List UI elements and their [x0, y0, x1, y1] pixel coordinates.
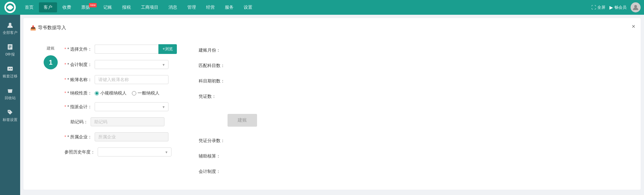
- accounting-system-select[interactable]: [95, 60, 168, 69]
- tax-small-option[interactable]: 小规模纳税人: [95, 90, 127, 96]
- close-button[interactable]: ×: [632, 23, 635, 29]
- memo-input[interactable]: [91, 117, 164, 126]
- nav-message[interactable]: 消息: [164, 2, 182, 12]
- auxiliary-label: 辅助核算：: [199, 153, 220, 159]
- accounting-system-label: * 会计制度：: [64, 62, 92, 68]
- sidebar-item-tag-settings[interactable]: 标签设置: [0, 105, 20, 126]
- form-container: 建账 1 * 选择文件： +浏览: [30, 38, 634, 183]
- user-avatar[interactable]: [631, 2, 641, 12]
- all-customers-icon: [6, 21, 14, 29]
- voucher-entries-row: 凭证分录数：: [199, 136, 286, 145]
- sidebar-label-recycle: 回收站: [5, 95, 16, 101]
- memo-row: 助记码：: [64, 117, 185, 126]
- nav-home[interactable]: 首页: [20, 2, 38, 12]
- invoice-badge: new: [89, 3, 97, 7]
- fullscreen-icon: ⛶: [591, 5, 596, 10]
- tag-settings-icon: [6, 109, 14, 116]
- nav-customer[interactable]: 客户: [39, 2, 57, 12]
- file-select-label: * 选择文件：: [64, 46, 92, 52]
- nav-management[interactable]: 管理: [183, 2, 201, 12]
- memo-label: 助记码：: [64, 119, 88, 125]
- form-fields: * 选择文件： +浏览 * 会计制度：: [64, 44, 185, 156]
- app-logo[interactable]: [3, 1, 17, 14]
- tax-general-radio[interactable]: [132, 91, 136, 95]
- tax-type-radio-group: 小规模纳税人 一般纳税人: [95, 90, 159, 96]
- reference-year-wrapper: ▼: [98, 147, 171, 156]
- main-layout: 全部客户 0申报 账套迁移: [0, 15, 644, 195]
- right-panel: 建账月份： 匹配科目数： 科目期初数： 凭证数：: [199, 44, 286, 176]
- svg-point-7: [9, 111, 10, 112]
- file-input-group: +浏览: [95, 44, 177, 54]
- nav-invoice[interactable]: 票据 new: [77, 2, 98, 12]
- nav-settings[interactable]: 设置: [239, 2, 257, 12]
- account-transfer-icon: [6, 65, 14, 72]
- nav-right-actions: ⛶ 全屏 ▶ 畅会员: [591, 2, 641, 12]
- right-accounting-system-row: 会计制度：: [199, 167, 286, 176]
- right-accounting-system-label: 会计制度：: [199, 169, 220, 175]
- accounting-system-row: * 会计制度： ▼: [64, 60, 185, 69]
- vip-button[interactable]: ▶ 畅会员: [609, 5, 627, 10]
- accountant-wrapper: ▼: [95, 102, 168, 111]
- nav-ledger[interactable]: 记账: [99, 2, 117, 12]
- sidebar: 全部客户 0申报 账套迁移: [0, 15, 20, 195]
- accountant-label: * 指派会计：: [64, 104, 92, 110]
- company-row: * 所属企业：: [64, 132, 185, 141]
- reference-year-select[interactable]: [98, 147, 171, 156]
- step-label: 建账: [47, 46, 55, 51]
- period-initial-row: 科目期初数：: [199, 76, 286, 86]
- accountant-select[interactable]: [95, 102, 168, 111]
- build-account-button[interactable]: 建账: [228, 114, 257, 127]
- tax-type-label: * 纳税性质：: [64, 90, 92, 96]
- vip-icon: ▶: [609, 5, 613, 10]
- import-icon: 📥: [30, 25, 36, 30]
- sidebar-item-account-transfer[interactable]: 账套迁移: [0, 62, 20, 82]
- accounting-system-wrapper: ▼: [95, 60, 168, 69]
- file-text-input[interactable]: [95, 45, 158, 54]
- voucher-count-label: 凭证数：: [199, 93, 216, 100]
- tax-general-option[interactable]: 一般纳税人: [132, 90, 159, 96]
- import-dialog: 📥 导爷数据导入 × 建账 1 * 选择文件：: [23, 18, 641, 190]
- recycle-icon: [6, 87, 14, 94]
- period-initial-label: 科目期初数：: [199, 78, 225, 84]
- auxiliary-row: 辅助核算：: [199, 151, 286, 161]
- main-content: 📥 导爷数据导入 × 建账 1 * 选择文件：: [20, 15, 644, 195]
- nav-business[interactable]: 工商项目: [136, 2, 163, 12]
- sidebar-item-declare[interactable]: 0申报: [0, 40, 20, 60]
- nav-tax[interactable]: 报税: [117, 2, 136, 12]
- file-select-row: * 选择文件： +浏览: [64, 44, 185, 54]
- dialog-title: 📥 导爷数据导入: [30, 25, 634, 31]
- voucher-entries-label: 凭证分录数：: [199, 138, 225, 144]
- sidebar-label-account-transfer: 账套迁移: [3, 74, 17, 79]
- sidebar-label-declare: 0申报: [5, 52, 15, 57]
- ledger-name-input[interactable]: [95, 75, 168, 84]
- match-accounts-label: 匹配科目数：: [199, 63, 225, 69]
- build-month-row: 建账月份：: [199, 46, 286, 55]
- sidebar-item-all-customers[interactable]: 全部客户: [0, 18, 20, 39]
- sidebar-label-all-customers: 全部客户: [3, 30, 17, 35]
- tax-type-row: * 纳税性质： 小规模纳税人 一般纳税人: [64, 90, 185, 96]
- browse-button[interactable]: +浏览: [158, 44, 177, 54]
- svg-point-1: [9, 23, 11, 25]
- reference-year-label: 参照历史年度：: [64, 149, 95, 155]
- tax-general-label: 一般纳税人: [138, 90, 159, 96]
- tax-small-label: 小规模纳税人: [100, 90, 127, 96]
- sidebar-label-tag-settings: 标签设置: [3, 117, 17, 122]
- declare-icon: [6, 43, 14, 51]
- svg-point-0: [634, 5, 637, 8]
- build-month-label: 建账月份：: [199, 47, 220, 53]
- nav-service[interactable]: 服务: [220, 2, 238, 12]
- company-label: * 所属企业：: [64, 134, 92, 140]
- reference-year-row: 参照历史年度： ▼: [64, 147, 185, 156]
- match-accounts-row: 匹配科目数：: [199, 61, 286, 70]
- accountant-row: * 指派会计： ▼: [64, 102, 185, 111]
- company-input[interactable]: [95, 132, 168, 141]
- voucher-count-row: 凭证数：: [199, 92, 286, 101]
- step-badge: 1: [44, 55, 58, 69]
- fullscreen-button[interactable]: ⛶ 全屏: [591, 5, 605, 10]
- nav-fees[interactable]: 收费: [58, 2, 76, 12]
- sidebar-item-recycle[interactable]: 回收站: [0, 83, 20, 104]
- ledger-name-label: * 账簿名称：: [64, 77, 92, 83]
- top-navigation: 首页 客户 收费 票据 new 记账 报税 工商项目 消息 管理 经营 服务 设…: [0, 0, 644, 15]
- nav-operation[interactable]: 经营: [201, 2, 219, 12]
- tax-small-radio[interactable]: [95, 91, 99, 95]
